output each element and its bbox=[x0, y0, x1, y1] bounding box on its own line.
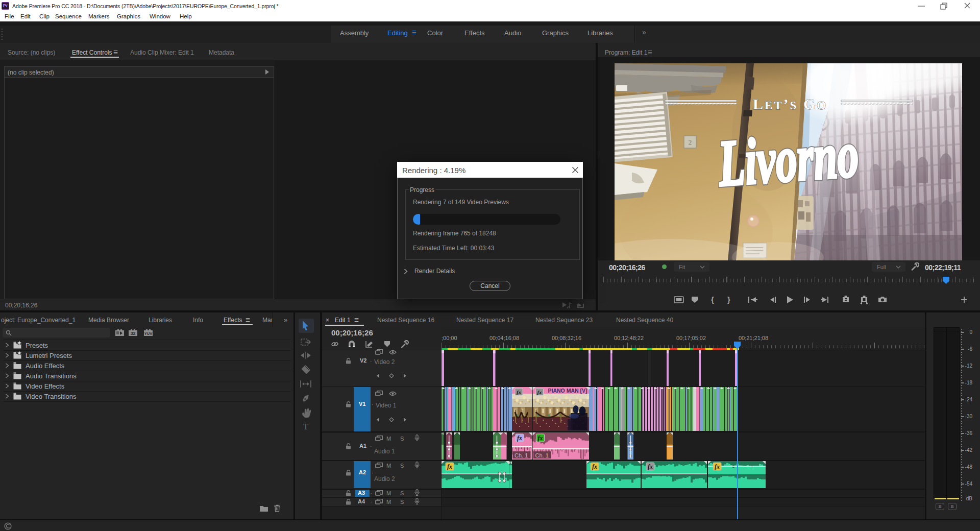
svg-text:fx: fx bbox=[517, 435, 522, 442]
svg-text:fx: fx bbox=[517, 389, 522, 395]
svg-text:YUV: YUV bbox=[144, 331, 152, 336]
svg-text:{: { bbox=[711, 295, 714, 304]
svg-text:Ch. 1: Ch. 1 bbox=[535, 452, 549, 458]
svg-text:Ch. 1: Ch. 1 bbox=[514, 452, 528, 458]
svg-text:fx: fx bbox=[447, 463, 452, 470]
svg-text:fx: fx bbox=[648, 463, 653, 470]
svg-text:32: 32 bbox=[130, 331, 135, 336]
svg-text:fx: fx bbox=[537, 389, 542, 395]
svg-text:fx: fx bbox=[592, 463, 597, 470]
svg-text:T: T bbox=[303, 422, 309, 430]
svg-text:PIANO MAN [V]: PIANO MAN [V] bbox=[548, 388, 587, 394]
svg-text:}: } bbox=[727, 295, 730, 304]
svg-text:Livorno: Livorno bbox=[716, 118, 861, 200]
svg-text:fx: fx bbox=[715, 463, 720, 470]
svg-text:fx: fx bbox=[538, 435, 543, 442]
